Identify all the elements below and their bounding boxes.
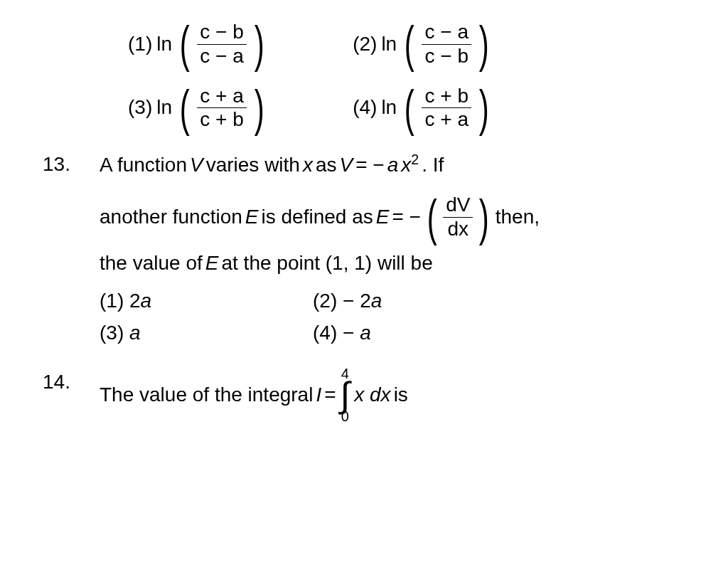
option-number: (3) xyxy=(100,322,124,344)
paren-right: ) xyxy=(254,24,264,64)
q13-options-row-1: (1) 2a (2) − 2a xyxy=(100,285,685,317)
var-a: a xyxy=(387,149,399,181)
q12-option-1[interactable]: (1) ln ( c − b c − a ) xyxy=(128,21,267,68)
var-I: I xyxy=(316,379,321,411)
numerator: dV xyxy=(443,194,473,218)
paren-left: ( xyxy=(405,88,414,128)
text: The value of the integral xyxy=(100,379,313,411)
fn-name: ln xyxy=(381,92,397,124)
question-number: 13. xyxy=(43,149,78,349)
question-13: 13. A function V varies with x as V = − … xyxy=(43,149,685,349)
fraction: c + b c + a xyxy=(422,85,471,132)
numerator: c − b xyxy=(197,21,246,45)
fraction: dV dx xyxy=(443,194,473,240)
denominator: c + b xyxy=(197,108,246,131)
question-body: A function V varies with x as V = − a x2… xyxy=(100,149,685,349)
exponent: 2 xyxy=(411,152,419,167)
text: as xyxy=(316,149,337,181)
text: = − xyxy=(355,149,384,181)
q13-line-1: A function V varies with x as V = − a x2… xyxy=(100,149,685,181)
numerator: c + b xyxy=(422,85,471,109)
q13-option-4[interactable]: (4) − a xyxy=(313,317,371,349)
option-value: − a xyxy=(343,322,371,344)
var-E: E xyxy=(245,201,259,233)
denominator: c − b xyxy=(422,45,471,68)
equals: = xyxy=(324,379,336,411)
integral-icon: ∫ xyxy=(341,381,350,409)
denominator: dx xyxy=(445,218,472,240)
var-x: x xyxy=(303,149,313,181)
option-number: (4) xyxy=(353,92,377,124)
paren-right: ) xyxy=(479,88,489,128)
option-number: (3) xyxy=(128,92,152,124)
var-V: V xyxy=(190,149,203,181)
paren-left: ( xyxy=(180,88,190,128)
paren-left: ( xyxy=(427,198,437,238)
paren-left: ( xyxy=(405,24,414,64)
option-number: (2) xyxy=(313,290,337,312)
fn-name: ln xyxy=(156,28,172,60)
text: is xyxy=(394,379,408,411)
question-number: 14. xyxy=(43,366,78,423)
question-body: The value of the integral I = 4 ∫ 0 x dx… xyxy=(100,366,685,423)
fn-name: ln xyxy=(381,28,397,60)
text: then, xyxy=(496,201,540,233)
option-value: a xyxy=(129,322,141,344)
q13-option-2[interactable]: (2) − 2a xyxy=(313,285,382,317)
question-14: 14. The value of the integral I = 4 ∫ 0 … xyxy=(43,366,685,423)
numerator: c + a xyxy=(197,85,246,109)
fraction: c + a c + b xyxy=(197,85,246,132)
q12-option-3[interactable]: (3) ln ( c + a c + b ) xyxy=(128,85,267,132)
paren-right: ) xyxy=(479,198,489,238)
text: . If xyxy=(422,149,444,181)
option-value: 2a xyxy=(129,290,151,312)
q12-option-4[interactable]: (4) ln ( c + b c + a ) xyxy=(353,85,492,132)
denominator: c + a xyxy=(422,108,471,131)
option-number: (4) xyxy=(313,322,337,344)
q13-line-3: the value of E at the point (1, 1) will … xyxy=(100,248,685,280)
paren-right: ) xyxy=(479,24,489,64)
q12-options-row-2: (3) ln ( c + a c + b ) (4) ln ( c + b c … xyxy=(43,85,685,132)
var-E: E xyxy=(205,248,219,280)
q12-options-row-1: (1) ln ( c − b c − a ) (2) ln ( c − a c … xyxy=(43,21,685,68)
text: another function xyxy=(100,201,242,233)
var-V: V xyxy=(340,149,353,181)
integrand: x dx xyxy=(354,379,390,411)
denominator: c − a xyxy=(197,45,246,68)
option-number: (1) xyxy=(128,28,152,60)
fraction: c − b c − a xyxy=(197,21,246,68)
integral: 4 ∫ 0 xyxy=(341,366,350,423)
paren-right: ) xyxy=(254,88,264,128)
lower-limit: 0 xyxy=(341,409,349,423)
paren-left: ( xyxy=(180,24,190,64)
var-x: x xyxy=(401,154,411,176)
q13-options-row-2: (3) a (4) − a xyxy=(100,317,685,349)
text: at the point (1, 1) will be xyxy=(221,248,432,280)
var-E: E xyxy=(376,201,390,233)
q12-option-2[interactable]: (2) ln ( c − a c − b ) xyxy=(353,21,492,68)
text: = − xyxy=(392,201,420,233)
q13-option-3[interactable]: (3) a xyxy=(100,317,206,349)
var-x-sq: x2 xyxy=(401,149,419,181)
option-number: (2) xyxy=(353,28,377,60)
option-number: (1) xyxy=(100,290,124,312)
text: is defined as xyxy=(262,201,373,233)
text: A function xyxy=(100,149,187,181)
q13-option-1[interactable]: (1) 2a xyxy=(100,285,206,317)
q13-line-2: another function E is defined as E = − (… xyxy=(100,194,685,240)
fraction: c − a c − b xyxy=(422,21,471,68)
fn-name: ln xyxy=(156,92,172,124)
numerator: c − a xyxy=(422,21,471,45)
option-value: − 2a xyxy=(343,290,382,312)
text: varies with xyxy=(206,149,300,181)
text: the value of xyxy=(100,248,203,280)
